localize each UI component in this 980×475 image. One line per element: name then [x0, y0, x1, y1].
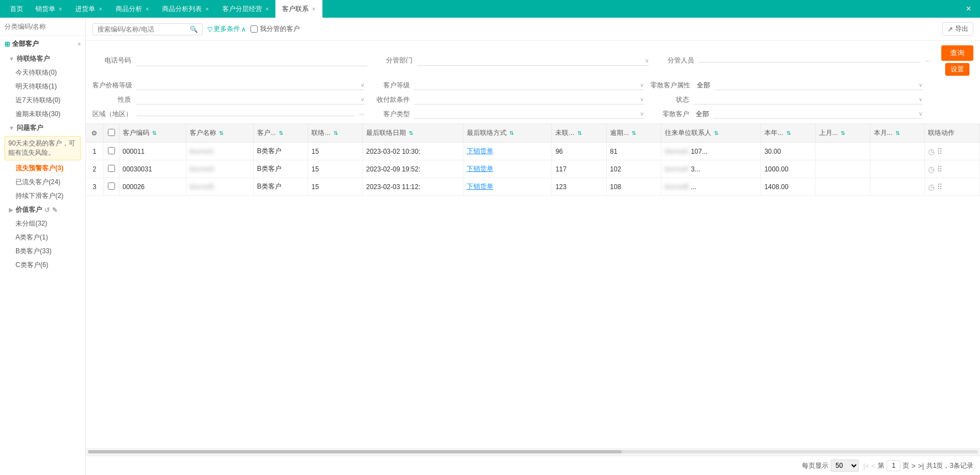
sort-icon-type: ⇅	[279, 130, 283, 136]
chevron-down-icon2: ∨	[361, 82, 364, 88]
th-contact2[interactable]: 往来单位联系人 ⇅	[661, 124, 760, 143]
more-conditions-button[interactable]: ▽ 更多条件 ∧	[207, 24, 246, 34]
refresh-icon[interactable]: ↺	[44, 206, 50, 214]
sidebar-group-value[interactable]: ▶ 价值客户 ↺ ✎	[0, 203, 85, 217]
cell-last-method: 下销货单	[463, 178, 552, 196]
filter-person-label: 分管人员	[655, 56, 694, 65]
close-tab-customer-contact[interactable]: ×	[312, 6, 315, 12]
last-method-link[interactable]: 下销货单	[467, 182, 493, 190]
more-actions-icon[interactable]: ⠿	[937, 182, 942, 191]
filter-person-select[interactable]	[698, 59, 920, 62]
row-checkbox[interactable]	[108, 182, 115, 190]
query-button[interactable]: 查询	[941, 45, 973, 61]
tab-customer-contact[interactable]: 客户联系 ×	[275, 0, 322, 18]
last-method-link[interactable]: 下销货单	[467, 147, 493, 155]
tab-purchase[interactable]: 进货单 ×	[69, 0, 108, 18]
sidebar-item-churn-warning[interactable]: 流失预警客户(3)	[0, 161, 85, 175]
filter-payment-select[interactable]: ∨	[414, 95, 643, 105]
th-type[interactable]: 客户... ⇅	[253, 124, 308, 143]
sidebar-group-pending[interactable]: ▼ 待联络客户	[0, 52, 85, 66]
scrollbar-thumb[interactable]	[88, 450, 622, 453]
tab-analysis-list[interactable]: 商品分析列表 ×	[155, 0, 215, 18]
close-tab-sales[interactable]: ×	[59, 6, 62, 12]
more-actions-icon[interactable]: ⠿	[937, 165, 942, 174]
th-overdue[interactable]: 逾期... ⇅	[607, 124, 661, 143]
contact-history-icon[interactable]: ◷	[928, 147, 935, 156]
export-button[interactable]: ↗ 导出	[942, 22, 973, 36]
cell-checkbox	[103, 178, 119, 196]
sidebar-item-b-class[interactable]: B类客户(33)	[0, 244, 85, 258]
sidebar-item-c-class[interactable]: C类客户(6)	[0, 258, 85, 272]
filter-region-more[interactable]: ···	[359, 110, 364, 118]
tab-sales[interactable]: 销货单 ×	[29, 0, 69, 18]
tab-analysis[interactable]: 商品分析 ×	[109, 0, 155, 18]
main-search-box: 🔍	[92, 23, 203, 35]
th-uncontacted[interactable]: 未联... ⇅	[552, 124, 607, 143]
settings-button[interactable]: 设置	[945, 63, 969, 76]
filter-customer-level-select[interactable]: ∨	[414, 80, 643, 90]
tab-customer-tier[interactable]: 客户分层经营 ×	[216, 0, 275, 18]
window-close-button[interactable]: ×	[962, 4, 976, 14]
last-page-button[interactable]: >|	[918, 462, 924, 470]
filter-phone-input[interactable]	[135, 55, 367, 66]
horizontal-scrollbar[interactable]	[86, 448, 980, 456]
filter-region-label: 区域（地区）	[92, 109, 132, 119]
sidebar-item-declining[interactable]: 持续下滑客户(2)	[0, 189, 85, 203]
collapse-icon[interactable]: «	[77, 41, 81, 47]
edit-icon[interactable]: ✎	[52, 206, 58, 214]
close-tab-analysis-list[interactable]: ×	[205, 6, 208, 12]
sidebar-group-problem[interactable]: ▼ 问题客户	[0, 121, 85, 135]
filter-scatter-customer-select[interactable]: ∨	[713, 109, 922, 119]
filter-row-3: 性质 ∨ 收付款条件 ∨ 状态	[92, 95, 973, 105]
th-last-method[interactable]: 最后联络方式 ⇅	[463, 124, 552, 143]
th-last-date[interactable]: 最后联络日期 ⇅	[362, 124, 463, 143]
next-page-button[interactable]: >	[911, 462, 916, 470]
filter-dept-select[interactable]: ∨	[417, 56, 649, 66]
main-search-button[interactable]: 🔍	[190, 25, 198, 33]
close-tab-analysis[interactable]: ×	[145, 6, 149, 12]
filter-status-label: 状态	[650, 95, 689, 105]
current-page-number[interactable]: 1	[887, 460, 900, 471]
filter-customer-type-select[interactable]: ∨	[414, 109, 643, 119]
close-tab-purchase[interactable]: ×	[98, 6, 102, 12]
sidebar-item-overdue[interactable]: 逾期未联络(30)	[0, 107, 85, 121]
filter-status-select[interactable]: ∨	[694, 95, 922, 105]
prev-page-button[interactable]: <	[872, 462, 876, 470]
filter-scatter-attr-select[interactable]: ∨	[715, 80, 922, 90]
th-code[interactable]: 客户编码 ⇅	[119, 124, 186, 143]
contact-history-icon[interactable]: ◷	[928, 165, 935, 174]
th-this-month[interactable]: 本月... ⇅	[870, 124, 925, 143]
th-contact-count[interactable]: 联络... ⇅	[308, 124, 363, 143]
row-checkbox[interactable]	[108, 147, 115, 154]
sidebar-item-tomorrow[interactable]: 明天待联络(1)	[0, 80, 85, 93]
filter-scatter-attr-value: 全部	[697, 81, 710, 90]
sidebar-item-7days[interactable]: 近7天待联络(0)	[0, 93, 85, 107]
filter-person-more[interactable]: ···	[925, 57, 930, 65]
sidebar-item-churned[interactable]: 已流失客户(24)	[0, 175, 85, 189]
per-page-select[interactable]: 50 100 200	[831, 460, 859, 472]
filter-region-select[interactable]	[137, 112, 355, 116]
contact-history-icon[interactable]: ◷	[928, 182, 935, 191]
chevron-down-icon3: ∨	[640, 82, 644, 88]
last-method-link[interactable]: 下销货单	[467, 165, 493, 173]
row-checkbox[interactable]	[108, 165, 115, 172]
main-search-input[interactable]	[97, 25, 190, 33]
sidebar-item-a-class[interactable]: A类客户(1)	[0, 231, 85, 244]
my-customers-checkbox[interactable]	[251, 25, 258, 33]
category-search-input[interactable]	[4, 23, 86, 30]
th-this-year[interactable]: 本年... ⇅	[761, 124, 816, 143]
th-settings[interactable]: ⚙	[86, 124, 103, 143]
filter-price-level-select[interactable]: ∨	[137, 80, 364, 90]
more-actions-icon[interactable]: ⠿	[937, 147, 942, 156]
sort-icon-method: ⇅	[509, 130, 514, 136]
close-tab-customer-tier[interactable]: ×	[265, 6, 269, 12]
tab-home[interactable]: 首页	[4, 0, 29, 18]
my-customers-toggle[interactable]: 我分管的客户	[251, 24, 300, 34]
select-all-checkbox[interactable]	[108, 129, 115, 136]
th-last-month[interactable]: 上月... ⇅	[815, 124, 870, 143]
first-page-button[interactable]: |<	[863, 462, 869, 470]
sidebar-item-today[interactable]: 今天待联络(0)	[0, 66, 85, 80]
th-name[interactable]: 客户名称 ⇅	[186, 124, 254, 143]
sidebar-item-ungrouped[interactable]: 未分组(32)	[0, 217, 85, 231]
filter-nature-select[interactable]: ∨	[135, 95, 364, 105]
